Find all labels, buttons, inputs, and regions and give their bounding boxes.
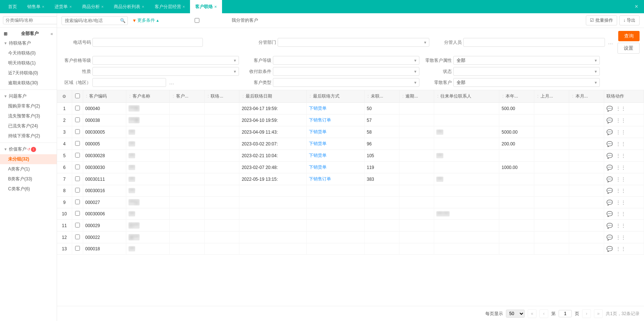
row-checkbox[interactable]: [75, 234, 80, 239]
adv-nature-select[interactable]: [92, 67, 239, 76]
nav-close-contact[interactable]: ×: [214, 4, 217, 9]
contact-action-icon[interactable]: 💬: [606, 106, 613, 112]
contact-action-icon[interactable]: 💬: [606, 211, 613, 217]
adv-price-level-select[interactable]: [92, 56, 239, 65]
more-action-icon[interactable]: ⋮⋮: [616, 153, 626, 159]
contact-action-icon[interactable]: 💬: [606, 188, 613, 194]
contact-action-icon[interactable]: 💬: [606, 165, 613, 170]
more-action-icon[interactable]: ⋮⋮: [616, 117, 626, 123]
adv-area-input[interactable]: [92, 78, 166, 87]
row-checkbox[interactable]: [75, 106, 80, 110]
table-settings-icon[interactable]: ⚙: [62, 94, 66, 99]
select-all-checkbox[interactable]: [75, 94, 80, 98]
window-close-button[interactable]: ×: [632, 3, 641, 10]
more-action-icon[interactable]: ⋮⋮: [616, 176, 626, 182]
first-page-btn[interactable]: «: [528, 309, 536, 318]
nav-customer-contact[interactable]: 客户联络 ×: [190, 0, 222, 13]
sidebar-item-today-waiting[interactable]: 今天待联络(0): [0, 48, 57, 58]
contact-action-icon[interactable]: 💬: [606, 153, 613, 159]
page-input[interactable]: [559, 310, 572, 317]
sidebar-item-churn-warning[interactable]: 流失预警客户(3): [0, 111, 57, 121]
contact-action-icon[interactable]: 💬: [606, 129, 613, 135]
contact-way-link[interactable]: 下销货单: [309, 165, 327, 170]
page-size-select[interactable]: 50 100: [506, 310, 525, 318]
row-checkbox[interactable]: [75, 223, 80, 227]
contact-way-link[interactable]: 下销货单: [309, 106, 327, 111]
sidebar-item-b-class[interactable]: B类客户(33): [0, 174, 57, 184]
adv-person-input[interactable]: [463, 38, 605, 47]
nav-close-product-list[interactable]: ×: [142, 4, 144, 9]
sidebar-search-input[interactable]: [3, 16, 57, 24]
search-input[interactable]: [61, 16, 128, 25]
nav-close-sales[interactable]: ×: [42, 4, 44, 9]
contact-way-link[interactable]: 下销货单: [309, 129, 327, 134]
more-action-icon[interactable]: ⋮⋮: [616, 223, 626, 229]
adv-dept-select[interactable]: [278, 38, 429, 47]
my-customers-checkbox[interactable]: [164, 18, 230, 23]
sidebar-item-declining[interactable]: 持续下滑客户(2): [0, 131, 57, 141]
more-action-icon[interactable]: ⋮⋮: [616, 129, 626, 135]
row-checkbox[interactable]: [75, 141, 80, 146]
row-checkbox[interactable]: [75, 117, 80, 122]
nav-sales[interactable]: 销售单 ×: [22, 0, 49, 13]
sidebar-item-7days-waiting[interactable]: 近7天待联络(0): [0, 68, 57, 78]
more-action-icon[interactable]: ⋮⋮: [616, 188, 626, 194]
contact-way-link[interactable]: 下销货单: [309, 153, 327, 158]
area-more-btn[interactable]: …: [168, 80, 176, 85]
row-checkbox[interactable]: [75, 176, 80, 181]
more-action-icon[interactable]: ⋮⋮: [616, 141, 626, 147]
sidebar-item-c-class[interactable]: C类客户(6): [0, 184, 57, 194]
person-more-btn[interactable]: …: [606, 39, 615, 45]
row-checkbox[interactable]: [75, 129, 80, 134]
col-settings[interactable]: ⚙: [57, 90, 72, 103]
nav-close-product-analysis[interactable]: ×: [101, 4, 103, 9]
my-customers-checkbox-label[interactable]: 我分管的客户: [164, 17, 258, 24]
contact-action-icon[interactable]: 💬: [606, 200, 613, 205]
row-checkbox[interactable]: [75, 200, 80, 204]
row-checkbox[interactable]: [75, 246, 80, 251]
adv-customer-type-select[interactable]: [273, 78, 419, 87]
sidebar-collapse-btn[interactable]: «: [50, 31, 53, 36]
row-checkbox[interactable]: [75, 153, 80, 158]
nav-close-tier[interactable]: ×: [183, 4, 185, 9]
contact-way-link[interactable]: 下销货单: [309, 141, 327, 146]
search-icon[interactable]: 🔍: [120, 18, 126, 23]
nav-purchase[interactable]: 进货单 ×: [49, 0, 77, 13]
more-action-icon[interactable]: ⋮⋮: [616, 200, 626, 205]
sidebar-item-churned[interactable]: 已流失客户(24): [0, 121, 57, 131]
sidebar-item-overdue-waiting[interactable]: 逾期未联络(30): [0, 78, 57, 88]
contact-action-icon[interactable]: 💬: [606, 246, 613, 252]
price-refresh-icon[interactable]: ↺: [27, 147, 30, 151]
prev-page-btn[interactable]: ‹: [539, 309, 548, 318]
query-button[interactable]: 查询: [618, 31, 640, 41]
nav-product-analysis[interactable]: 商品分析 ×: [77, 0, 109, 13]
contact-action-icon[interactable]: 💬: [606, 234, 613, 240]
more-action-icon[interactable]: ⋮⋮: [616, 165, 626, 170]
export-button[interactable]: ↓ 导出: [619, 15, 640, 25]
more-conditions-btn[interactable]: ▼ 更多条件 ▲: [132, 17, 159, 24]
more-action-icon[interactable]: ⋮⋮: [616, 246, 626, 252]
adv-zero-attr-select[interactable]: 全部: [453, 56, 600, 65]
more-action-icon[interactable]: ⋮⋮: [616, 234, 626, 240]
adv-customer-level-select[interactable]: [273, 56, 419, 65]
row-checkbox[interactable]: [75, 211, 80, 216]
sidebar-item-tomorrow-waiting[interactable]: 明天待联络(1): [0, 58, 57, 68]
nav-customer-tier[interactable]: 客户分层经营 ×: [149, 0, 190, 13]
problem-group-label[interactable]: ▼ 问题客户: [0, 91, 57, 101]
contact-way-link[interactable]: 下销售订单: [309, 176, 331, 181]
nav-product-analysis-list[interactable]: 商品分析列表 ×: [109, 0, 149, 13]
more-action-icon[interactable]: ⋮⋮: [616, 211, 626, 217]
sidebar-item-a-class[interactable]: A类客户(1): [0, 164, 57, 174]
row-checkbox[interactable]: [75, 165, 80, 169]
last-page-btn[interactable]: »: [594, 309, 603, 318]
contact-action-icon[interactable]: 💬: [606, 223, 613, 229]
contact-way-link[interactable]: 下销售订单: [309, 117, 331, 123]
adv-payment-select[interactable]: [273, 67, 419, 76]
contact-action-icon[interactable]: 💬: [606, 117, 613, 123]
batch-ops-button[interactable]: ☑ 批量操作: [586, 15, 617, 25]
sidebar-item-hoard-abnormal[interactable]: 囤购异常客户(2): [0, 101, 57, 111]
contact-action-icon[interactable]: 💬: [606, 141, 613, 147]
sidebar-item-ungroup[interactable]: 未分组(32): [0, 154, 57, 164]
price-group-label[interactable]: ▼ 价值客户 ↺ !: [0, 144, 57, 154]
more-action-icon[interactable]: ⋮⋮: [616, 106, 626, 112]
